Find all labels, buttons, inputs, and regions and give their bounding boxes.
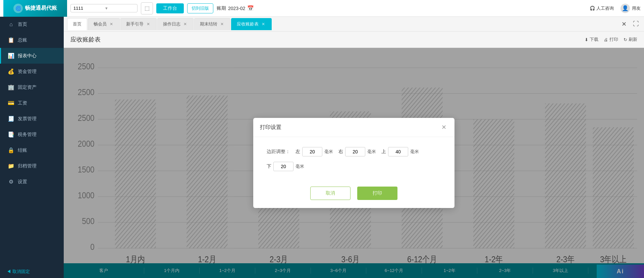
sidebar-item-tax[interactable]: 📑 税务管理 <box>0 127 64 142</box>
right-margin-input[interactable] <box>345 147 365 156</box>
right-unit: 毫米 <box>367 149 376 155</box>
bottom-margin-input[interactable] <box>273 162 293 171</box>
sidebar-item-funds[interactable]: 💰 资金管理 <box>0 64 64 79</box>
chevron-down-icon: ▾ <box>105 6 135 11</box>
sidebar-item-assets[interactable]: 🏢 固定资产 <box>0 79 64 95</box>
salary-icon: 💳 <box>8 100 14 106</box>
download-button[interactable]: ⬇ 下载 <box>585 37 598 43</box>
header-right: 🎧 人工咨询 👤 用友 <box>590 4 641 13</box>
margin-left-group: 左 毫米 <box>296 147 333 156</box>
sidebar-item-label: 固定资产 <box>18 84 37 90</box>
funds-icon: 💰 <box>8 68 14 75</box>
page-title: 应收账龄表 <box>70 36 101 44</box>
tab-guide[interactable]: 新手引导 ✕ <box>120 18 157 30</box>
modal-close-button[interactable]: ✕ <box>440 123 448 131</box>
home-icon: ⌂ <box>8 21 14 27</box>
invoice-icon: 🧾 <box>8 116 14 122</box>
close-period-icon: 🔒 <box>8 147 14 153</box>
print-settings-modal: 打印设置 ✕ 边距调整： 左 毫米 <box>253 118 454 208</box>
print-icon: 🖨 <box>604 37 608 42</box>
refresh-button[interactable]: ↻ 刷新 <box>624 37 637 43</box>
sidebar-item-label: 首页 <box>18 21 27 27</box>
support-area[interactable]: 🎧 人工咨询 <box>590 5 614 11</box>
tab-label: 应收账龄表 <box>237 21 259 27</box>
print-confirm-button[interactable]: 打印 <box>357 187 397 200</box>
close-icon[interactable]: ✕ <box>182 21 188 27</box>
download-icon: ⬇ <box>585 37 588 42</box>
download-label: 下载 <box>590 37 598 43</box>
top-margin-input[interactable] <box>388 147 408 156</box>
margin-row: 边距调整： 左 毫米 右 <box>267 147 441 171</box>
bottom-unit: 毫米 <box>296 163 304 169</box>
close-icon[interactable]: ✕ <box>109 21 114 27</box>
close-icon[interactable]: ✕ <box>219 21 225 27</box>
sidebar-item-home[interactable]: ⌂ 首页 <box>0 17 64 32</box>
company-name: 1111 <box>73 6 103 11</box>
tab-actions: ✕ ⛶ <box>619 19 641 29</box>
tab-bar: 首页 畅会员 ✕ 新手引导 ✕ 操作日志 ✕ 期末结转 ✕ <box>64 17 644 31</box>
sidebar-collapse-button[interactable]: ◀ 取消固定 <box>0 265 64 278</box>
sidebar-item-invoice[interactable]: 🧾 发票管理 <box>0 111 64 127</box>
avatar: 👤 <box>621 4 630 13</box>
modal-header: 打印设置 ✕ <box>253 118 454 137</box>
margin-top-group: 上 毫米 <box>381 147 419 156</box>
tax-icon: 📑 <box>8 131 14 138</box>
print-button[interactable]: 🖨 打印 <box>604 37 618 43</box>
left-unit: 毫米 <box>324 149 333 155</box>
support-label: 人工咨询 <box>596 5 614 11</box>
headphone-icon: 🎧 <box>590 6 595 11</box>
assets-icon: 🏢 <box>8 84 14 90</box>
tab-aging[interactable]: 应收账龄表 ✕ <box>231 18 272 30</box>
workbench-button[interactable]: 工作台 <box>156 3 184 13</box>
tab-membership[interactable]: 畅会员 ✕ <box>88 18 120 30</box>
period-area: 账期 2023-02 📅 <box>217 5 254 11</box>
close-tab-button[interactable]: ✕ <box>619 19 629 29</box>
sidebar-item-label: 资金管理 <box>18 69 37 75</box>
sidebar-item-archive[interactable]: 📁 归档管理 <box>0 158 64 174</box>
sidebar-item-reports[interactable]: 📊 报表中心 <box>0 48 64 64</box>
sidebar-item-label: 发票管理 <box>18 116 37 122</box>
margin-label: 边距调整： <box>267 149 290 155</box>
user-area[interactable]: 👤 用友 <box>621 4 641 13</box>
tab-label: 首页 <box>73 21 82 27</box>
refresh-label: 刷新 <box>629 37 637 43</box>
tab-period-close[interactable]: 期末结转 ✕ <box>194 18 230 30</box>
reports-icon: 📊 <box>8 53 14 59</box>
logo-icon: 🌀 <box>13 4 23 13</box>
margin-bottom-group: 下 毫米 <box>267 162 304 171</box>
page-header: 应收账龄表 ⬇ 下载 🖨 打印 ↻ 刷新 <box>64 31 644 48</box>
close-icon[interactable]: ✕ <box>146 21 151 27</box>
sidebar-item-label: 设置 <box>18 179 27 185</box>
sidebar-item-label: 总账 <box>18 37 27 43</box>
switch-version-button[interactable]: 切到旧版 <box>187 3 213 13</box>
sidebar-item-label: 归档管理 <box>18 163 37 169</box>
refresh-icon: ↻ <box>624 37 627 42</box>
gear-icon: ⚙ <box>8 179 14 185</box>
copy-icon-button[interactable]: ⬚ <box>141 2 153 14</box>
logo: 🌀 畅捷通易代账 <box>3 0 67 17</box>
tab-label: 操作日志 <box>163 21 180 27</box>
calendar-icon[interactable]: 📅 <box>247 5 254 11</box>
period-value: 2023-02 <box>228 6 245 11</box>
sidebar-item-ledger[interactable]: 📋 总账 <box>0 32 64 48</box>
top-dir-label: 上 <box>381 149 386 155</box>
maximize-tab-button[interactable]: ⛶ <box>631 19 641 29</box>
chart-container: 2500 2500 2500 2000 1500 1000 500 0 <box>64 48 644 278</box>
company-selector[interactable]: 1111 ▾ <box>70 4 138 12</box>
sidebar-item-settings[interactable]: ⚙ 设置 <box>0 174 64 190</box>
sidebar-item-label: 结账 <box>18 147 27 153</box>
close-icon[interactable]: ✕ <box>261 21 266 27</box>
logo-text: 畅捷通易代账 <box>25 5 57 12</box>
right-dir-label: 右 <box>338 149 343 155</box>
tab-oplog[interactable]: 操作日志 ✕ <box>157 18 194 30</box>
page-actions: ⬇ 下载 🖨 打印 ↻ 刷新 <box>585 37 637 43</box>
period-label: 账期 <box>217 5 226 11</box>
sidebar-item-close[interactable]: 🔒 结账 <box>0 142 64 158</box>
modal-footer: 取消 打印 <box>253 181 454 208</box>
tab-home[interactable]: 首页 <box>67 18 87 30</box>
margin-right-group: 右 毫米 <box>338 147 376 156</box>
left-margin-input[interactable] <box>302 147 322 156</box>
tab-label: 新手引导 <box>126 21 144 27</box>
sidebar-item-salary[interactable]: 💳 工资 <box>0 95 64 111</box>
cancel-button[interactable]: 取消 <box>310 187 351 200</box>
